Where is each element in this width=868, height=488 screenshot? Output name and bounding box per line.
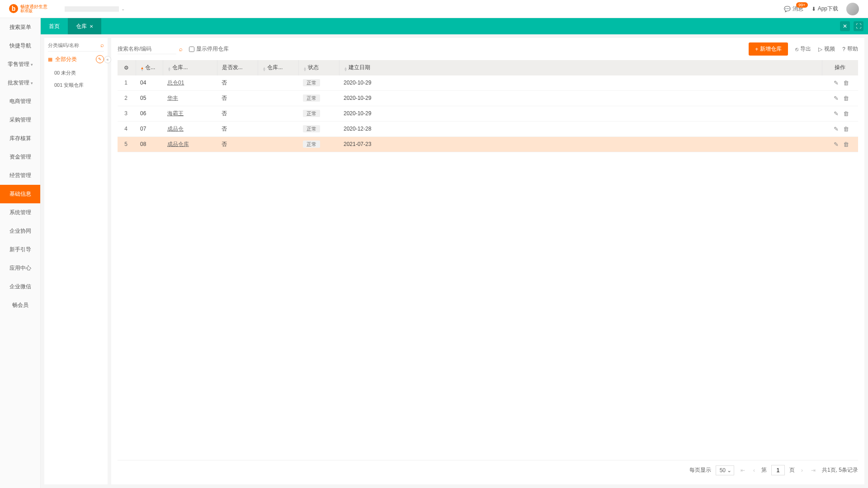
tab-label: 首页 [49, 23, 60, 30]
company-selector[interactable]: ⌄ [61, 5, 128, 14]
delete-icon[interactable]: 🗑 [843, 126, 849, 132]
category-search-input[interactable] [48, 42, 99, 48]
edit-category-button[interactable]: ✎ [96, 55, 104, 63]
tab[interactable]: 首页 [41, 18, 68, 34]
sidebar-item[interactable]: 批发管理▾ [0, 74, 40, 92]
cell-name: 成品仓 [163, 121, 217, 136]
edit-icon[interactable]: ✎ [834, 141, 839, 148]
column-code[interactable]: ▲▼仓... [136, 60, 163, 75]
sidebar-item[interactable]: 畅会员 [0, 296, 40, 314]
sidebar-item-label: 快捷导航 [9, 42, 31, 50]
sidebar-item[interactable]: 资金管理 [0, 148, 40, 166]
show-disabled-checkbox[interactable]: 显示停用仓库 [189, 45, 229, 53]
plus-icon: + [755, 46, 758, 52]
video-button[interactable]: ▷ 视频 [818, 45, 835, 53]
next-page-button[interactable]: › [799, 467, 805, 474]
cell-addr [258, 106, 298, 121]
cell-index: 1 [118, 75, 136, 91]
sidebar-item[interactable]: 经营管理 [0, 166, 40, 185]
sidebar-item[interactable]: 系统管理 [0, 203, 40, 222]
column-status[interactable]: ▲▼状态 [298, 60, 339, 75]
category-item[interactable]: 00 未分类 [48, 67, 104, 79]
close-tab-button[interactable]: ✕ [840, 21, 850, 31]
delete-icon[interactable]: 🗑 [843, 80, 849, 86]
export-label: 导出 [800, 45, 811, 53]
sidebar-item-label: 系统管理 [9, 209, 31, 216]
warehouse-link[interactable]: 海霸王 [167, 110, 184, 117]
avatar[interactable] [846, 3, 859, 15]
warehouse-link[interactable]: 华丰 [167, 95, 178, 101]
warehouse-link[interactable]: 总仓01 [167, 80, 184, 86]
edit-icon[interactable]: ✎ [834, 126, 839, 132]
messages-button[interactable]: 💬 消息 99+ [784, 5, 803, 13]
delete-icon[interactable]: 🗑 [843, 110, 849, 117]
table-row[interactable]: 407成品仓否正常2020-12-28✎🗑 [118, 121, 858, 136]
cell-addr [258, 136, 298, 152]
sidebar-item[interactable]: 应用中心 [0, 259, 40, 277]
settings-column[interactable]: ⚙ [118, 60, 136, 75]
table-row[interactable]: 104总仓01否正常2020-10-29✎🗑 [118, 75, 858, 91]
sidebar-item[interactable]: 基础信息 [0, 185, 40, 203]
close-icon[interactable]: ✕ [90, 24, 93, 29]
column-ops: 操作 [822, 60, 858, 75]
cell-ship: 否 [217, 121, 258, 136]
cell-ops: ✎🗑 [822, 106, 858, 121]
table-row[interactable]: 306海霸王否正常2020-10-29✎🗑 [118, 106, 858, 121]
sidebar-item-label: 搜索菜单 [9, 23, 31, 31]
warehouse-link[interactable]: 成品仓 [167, 126, 184, 132]
first-page-button[interactable]: ⇤ [739, 467, 747, 474]
cell-addr [258, 75, 298, 91]
column-date[interactable]: ▲▼建立日期 [339, 60, 822, 75]
table-row[interactable]: 205华丰否正常2020-10-29✎🗑 [118, 90, 858, 106]
sidebar-item[interactable]: 库存核算 [0, 129, 40, 148]
cell-status: 正常 [298, 121, 339, 136]
column-ship[interactable]: 是否发... [217, 60, 258, 75]
page-input[interactable] [771, 465, 785, 475]
sidebar-item[interactable]: 新手引导 [0, 240, 40, 259]
top-header: b 畅捷通好生意 标准版 ⌄ 💬 消息 99+ ⬇ App下载 [0, 0, 868, 18]
collapse-panel-button[interactable]: « [104, 56, 111, 63]
fullscreen-button[interactable]: ⛶ [854, 21, 863, 31]
cell-ops: ✎🗑 [822, 136, 858, 152]
sidebar-item-label: 零售管理 [8, 61, 29, 68]
prev-page-button[interactable]: ‹ [751, 467, 757, 474]
search-icon[interactable]: ⌕ [179, 46, 183, 52]
delete-icon[interactable]: 🗑 [843, 141, 849, 148]
sidebar-item[interactable]: 企业协同 [0, 222, 40, 240]
tab[interactable]: 仓库✕ [68, 18, 101, 34]
cell-index: 5 [118, 136, 136, 152]
chevron-down-icon: ▾ [31, 81, 33, 85]
sidebar-item[interactable]: 搜索菜单 [0, 18, 40, 37]
delete-icon[interactable]: 🗑 [843, 95, 849, 102]
app-download-button[interactable]: ⬇ App下载 [811, 5, 838, 13]
main-search-input[interactable] [118, 44, 176, 54]
sidebar-item-label: 新手引导 [9, 246, 31, 253]
sidebar-item[interactable]: 企业微信 [0, 277, 40, 296]
per-page-select[interactable]: 50 ⌄ [716, 465, 734, 475]
export-button[interactable]: ⎋ 导出 [795, 45, 811, 53]
last-page-button[interactable]: ⇥ [809, 467, 817, 474]
cell-index: 2 [118, 90, 136, 106]
sidebar-item[interactable]: 零售管理▾ [0, 55, 40, 74]
messages-badge: 99+ [796, 2, 807, 8]
edit-icon[interactable]: ✎ [834, 95, 839, 102]
category-root[interactable]: ▦ 全部分类 ✎ [48, 52, 104, 67]
edit-icon[interactable]: ✎ [834, 110, 839, 117]
sidebar-item[interactable]: 快捷导航 [0, 37, 40, 55]
add-warehouse-button[interactable]: + 新增仓库 [749, 42, 788, 56]
edit-icon[interactable]: ✎ [834, 80, 839, 86]
cell-ops: ✎🗑 [822, 121, 858, 136]
column-name[interactable]: ▲▼仓库... [163, 60, 217, 75]
status-badge: 正常 [303, 79, 320, 86]
category-item[interactable]: 001 安顺仓库 [48, 79, 104, 91]
help-button[interactable]: ? 帮助 [842, 45, 858, 53]
column-addr[interactable]: ▲▼仓库... [258, 60, 298, 75]
show-disabled-label: 显示停用仓库 [196, 45, 229, 53]
sidebar-item[interactable]: 采购管理 [0, 111, 40, 129]
category-panel: ⌕ ▦ 全部分类 ✎ 00 未分类001 安顺仓库 « [44, 38, 108, 484]
search-icon[interactable]: ⌕ [100, 42, 104, 48]
sidebar-item[interactable]: 电商管理 [0, 92, 40, 111]
warehouse-link[interactable]: 成品仓库 [167, 141, 189, 147]
table-row[interactable]: 508成品仓库否正常2021-07-23✎🗑 [118, 136, 858, 152]
checkbox-input[interactable] [189, 47, 194, 52]
